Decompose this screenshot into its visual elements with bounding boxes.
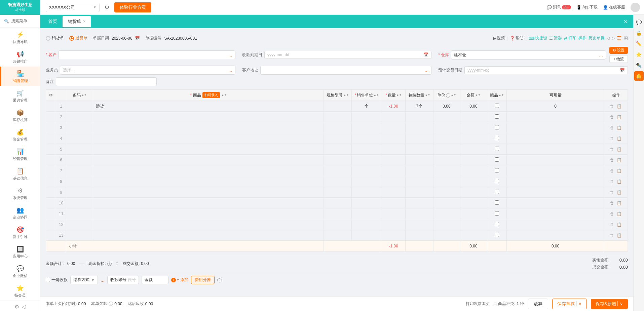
sidebar-item-inventory[interactable]: 📦 库存核算 [0,106,40,125]
account-select[interactable]: 收款账号 账号 [107,276,139,284]
right-panel-pen-icon[interactable]: ✒️ [634,61,644,70]
customer-dots[interactable]: ... [228,52,232,57]
sidebar-item-basic-info[interactable]: 📋 基础信息 [0,164,40,184]
video-btn[interactable]: ▶视频 [493,35,505,41]
copy-row-icon[interactable]: 📋 [617,233,622,238]
right-panel-lock-icon[interactable]: 🔒 [634,28,644,38]
sidebar-item-apps[interactable]: 🔲 应用中心 [0,242,40,262]
list-view-icon[interactable]: ☰ [617,35,621,41]
delete-row-icon[interactable]: 🗑 [610,190,614,195]
amount-input[interactable]: 金额 [142,276,168,284]
sidebar-item-system[interactable]: ⚙ 系统管理 [0,184,40,203]
gift-checkbox[interactable] [495,179,499,183]
gift-checkbox[interactable] [495,147,499,151]
sidebar-item-guide[interactable]: 🎯 新手引导 [0,223,40,242]
next-page-icon[interactable]: ▷ [612,36,615,41]
history-btn[interactable]: 历史单据 [589,35,605,41]
salesperson-input[interactable]: 选择... ... [60,66,235,75]
address-input[interactable]: ... [260,66,432,75]
copy-row-icon[interactable]: 📋 [617,201,622,205]
delete-row-icon[interactable]: 🗑 [610,147,614,152]
one-click-payment-checkbox[interactable]: 一键收款 [46,277,68,283]
calendar3-icon[interactable]: 📅 [620,68,625,73]
copy-row-icon[interactable]: 📋 [617,179,622,184]
tab-sales[interactable]: 销货单 × [63,16,91,27]
save-new-dropdown-icon[interactable]: ∨ [617,301,623,306]
company-selector[interactable]: XXXXXX公司 ▼ [46,3,100,12]
right-panel-edit-icon[interactable]: ✏️ [634,39,644,48]
copy-row-icon[interactable]: 📋 [617,222,622,227]
settings-bottom-icon[interactable]: ⚙ [14,304,19,310]
payment-due-input[interactable]: yyyy-mm-dd 📅 [264,51,432,59]
avatar[interactable] [631,3,640,12]
note-input[interactable] [56,77,157,86]
sidebar-item-member[interactable]: ⭐ 畅会员 [0,281,40,301]
right-panel-star-icon[interactable]: ⭐ [634,50,644,59]
sidebar-item-operations[interactable]: 📊 经营管理 [0,145,40,164]
payment-checkbox[interactable] [46,278,50,282]
save-new-button[interactable]: 保存&新增 ∨ [591,299,628,309]
close-main-icon[interactable]: ✕ [621,17,631,26]
sidebar-item-sales[interactable]: 🏪 销售管理 [0,67,40,86]
copy-row-icon[interactable]: 📋 [617,158,622,162]
help-btn[interactable]: ❓帮助 [510,35,524,41]
delete-row-icon[interactable]: 🗑 [610,201,614,205]
warehouse-input[interactable]: 建材仓 ... [451,50,606,60]
salesperson-dots[interactable]: ... [228,68,232,73]
collapse-icon[interactable]: ◁ [22,304,26,310]
gift-checkbox[interactable] [495,104,499,108]
price-info-icon[interactable]: i [446,93,450,98]
payment-method-select[interactable]: 结算方式 ▼ [70,276,98,284]
tab-home[interactable]: 首页 [43,16,63,27]
save-draft-button[interactable]: 保存草稿 ∨ [552,299,587,309]
copy-row-icon[interactable]: 📋 [617,211,622,216]
gift-checkbox[interactable] [495,190,499,194]
online-service-button[interactable]: 👤 在线客服 [603,4,625,10]
radio-return[interactable]: 退货单 [69,35,87,41]
prev-page-icon[interactable]: ◁ [607,36,610,41]
copy-row-icon[interactable]: 📋 [617,136,622,141]
settings-button[interactable]: ⚙ 设置 [609,47,628,54]
expense-help-icon[interactable]: ? [217,278,222,282]
table-settings-icon[interactable]: ⚙ [46,90,56,101]
settings-icon[interactable]: ⚙ [102,3,112,12]
copy-row-icon[interactable]: 📋 [617,147,622,152]
gift-checkbox[interactable] [495,125,499,129]
address-dots[interactable]: ... [425,68,429,73]
delete-row-icon[interactable]: 🗑 [610,125,614,130]
gift-checkbox[interactable] [495,222,499,226]
sidebar-item-nav[interactable]: ⚡ 快捷导航 [0,28,40,47]
trial-button[interactable]: 体验行业方案 [114,2,151,12]
copy-row-icon[interactable]: 📋 [617,125,622,130]
shortcut-btn[interactable]: ⌨快捷键 [529,35,547,41]
gift-checkbox[interactable] [495,136,499,140]
discount-info-icon[interactable]: i [107,262,112,266]
copy-row-icon[interactable]: 📋 [617,190,622,195]
warehouse-dots[interactable]: ... [599,52,603,57]
sidebar-item-search[interactable]: 🔍 搜索菜单 [0,15,40,28]
delete-row-icon[interactable]: 🗑 [610,104,614,109]
delete-row-icon[interactable]: 🗑 [610,136,614,141]
delete-row-icon[interactable]: 🗑 [610,211,614,216]
sidebar-item-marketing[interactable]: 📢 营销推广 [0,47,40,67]
copy-row-icon[interactable]: 📋 [617,115,622,119]
delete-row-icon[interactable]: 🗑 [610,179,614,184]
grid-view-icon[interactable]: ⊞ [623,35,628,41]
calendar2-icon[interactable]: 📅 [423,52,428,57]
logistics-button[interactable]: + 物流 [609,55,628,63]
delete-row-icon[interactable]: 🗑 [610,158,614,162]
delete-row-icon[interactable]: 🗑 [610,233,614,238]
app-download-button[interactable]: 📱 App下载 [576,4,598,10]
abandon-button[interactable]: 放弃 [528,299,548,309]
gift-checkbox[interactable] [495,233,499,237]
filter-btn[interactable]: ☰筛选 [549,35,562,41]
delete-row-icon[interactable]: 🗑 [610,115,614,119]
gift-checkbox[interactable] [495,114,499,119]
expected-date-input[interactable]: yyyy-mm-dd 📅 [464,66,628,74]
copy-row-icon[interactable]: 📋 [617,168,622,173]
add-button[interactable]: + + 添加 [171,277,188,283]
goods-type-icon[interactable]: ⊙ [493,302,497,306]
customer-input[interactable]: ... [59,50,235,59]
tab-close-icon[interactable]: × [83,19,85,24]
copy-row-icon[interactable]: 📋 [617,104,622,109]
